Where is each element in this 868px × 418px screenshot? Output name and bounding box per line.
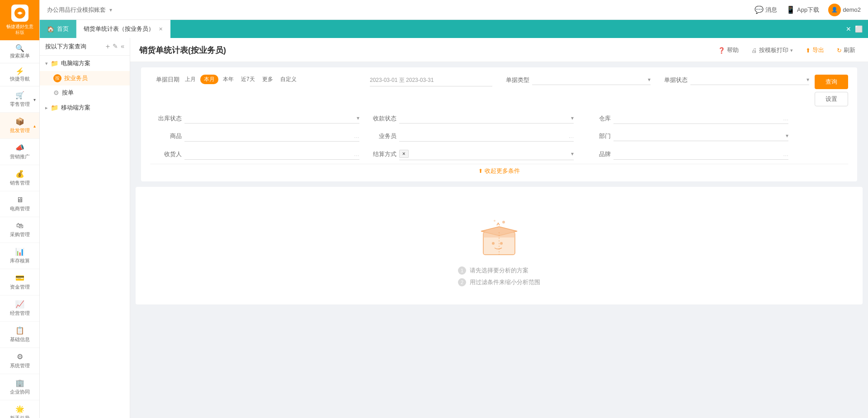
main-area: 办公用品行业模拟账套 ▾ 💬 消息 📱 App下载 👤 demo2 🏠 首页 [40, 0, 868, 418]
refresh-label: 刷新 [844, 46, 855, 54]
operation-label: 经营管理 [10, 310, 30, 317]
search-menu-label: 搜索菜单 [10, 52, 30, 59]
sidebar-item-newbie[interactable]: 🌟 新手引导 [0, 400, 39, 418]
left-panel-header: 按以下方案查询 + ✎ « [40, 38, 130, 56]
tip-num-2: 2 [458, 278, 466, 286]
brand-field[interactable]: ... [613, 148, 788, 160]
tree-by-order[interactable]: ⚙ 按单 [40, 86, 130, 100]
tip-text-1: 请先选择要分析的方案 [470, 266, 528, 275]
panel-edit-btn[interactable]: ✎ [113, 43, 118, 51]
quick-nav-item[interactable]: ⚡ 快捷导航 [0, 63, 39, 86]
shipment-arrow [357, 115, 359, 121]
tree-mobile-root[interactable]: ▸ 📁 移动端方案 [40, 100, 130, 115]
date-tab-thismonth[interactable]: 本月 [200, 75, 218, 84]
date-tab-last7[interactable]: 近7天 [238, 75, 258, 84]
salesperson-field[interactable]: ... [399, 130, 574, 142]
payment-select[interactable] [399, 113, 574, 124]
header-right: 💬 消息 📱 App下载 👤 demo2 [755, 4, 861, 16]
settings-button[interactable]: 设置 [815, 92, 848, 106]
department-select[interactable] [613, 131, 788, 141]
date-tab-lastmonth[interactable]: 上月 [182, 75, 198, 84]
tab-maximize-btn[interactable]: ⬜ [855, 25, 863, 33]
sidebar-item-inventory[interactable]: 📊 库存核算 [0, 243, 39, 269]
tree-indicator: 按 [53, 74, 61, 82]
app-download-btn[interactable]: 📱 App下载 [786, 5, 819, 14]
sidebar-item-system[interactable]: ⚙ 系统管理 [0, 348, 39, 374]
finance-icon: 💳 [15, 274, 24, 282]
settlement-arrow: ▾ [571, 151, 574, 157]
user-menu[interactable]: 👤 demo2 [828, 4, 861, 16]
avatar-icon: 👤 [831, 7, 838, 13]
avatar: 👤 [828, 4, 841, 16]
goods-field[interactable]: ... [184, 130, 359, 142]
settlement-label: 结算方式 [365, 150, 396, 158]
tab-right-controls: ✕ ⬜ [846, 25, 868, 33]
tab-sales-stat[interactable]: 销货单统计表（按业务员） ✕ [76, 20, 170, 38]
sidebar-item-ecommerce[interactable]: 🖥 电商管理 [0, 191, 39, 217]
message-btn[interactable]: 💬 消息 [755, 5, 777, 14]
ecommerce-label: 电商管理 [10, 205, 30, 212]
panel-add-btn[interactable]: + [106, 43, 110, 51]
shipment-label: 出库状态 [150, 114, 182, 123]
logo-text: 畅捷通好生意 [6, 24, 33, 29]
quicknav-icon: ⚡ [15, 67, 24, 76]
settlement-tag-close[interactable]: × [402, 151, 406, 157]
tree-folder-icon: 📁 [51, 60, 58, 67]
breadcrumb-text[interactable]: 办公用品行业模拟账套 [47, 6, 106, 14]
tab-bar: 🏠 首页 销货单统计表（按业务员） ✕ ✕ ⬜ [40, 20, 868, 38]
doc-status-select[interactable] [690, 75, 809, 85]
doc-type-arrow [648, 76, 651, 83]
settlement-field[interactable]: × ▾ [399, 148, 574, 160]
panel-title: 按以下方案查询 [45, 43, 102, 51]
svg-point-8 [500, 242, 503, 245]
export-icon: ⬆ [806, 47, 811, 54]
panel-collapse-btn[interactable]: « [121, 43, 124, 51]
help-icon: ❓ [718, 47, 725, 54]
print-btn[interactable]: 🖨 按模板打印 ▾ [748, 44, 797, 56]
export-btn[interactable]: ⬆ 导出 [802, 44, 828, 56]
sidebar-item-sales[interactable]: 💰 销售管理 [0, 165, 39, 191]
department-arrow [786, 133, 788, 139]
tree-by-salesperson[interactable]: 按 按业务员 [40, 71, 130, 86]
newbie-icon: 🌟 [15, 405, 24, 413]
breadcrumb-dropdown-icon[interactable]: ▾ [109, 7, 112, 13]
retail-arrow [33, 97, 36, 102]
recipient-field[interactable]: ... [184, 148, 359, 160]
search-menu-item[interactable]: 🔍 搜索菜单 [0, 40, 39, 63]
message-icon: 💬 [755, 5, 764, 14]
sidebar-item-wholesale[interactable]: 📦 批发管理 ▴ [0, 113, 39, 139]
tab-close-window-btn[interactable]: ✕ [846, 25, 851, 33]
date-range-display[interactable]: 2023-03-01 至 2023-03-31 [370, 75, 492, 86]
purchase-label: 采购管理 [10, 231, 30, 238]
search-icon: 🔍 [15, 44, 24, 52]
help-btn[interactable]: ❓ 帮助 [714, 44, 742, 56]
collapse-btn[interactable]: ⬆ 收起更多条件 [150, 164, 848, 178]
shipment-select[interactable] [184, 113, 359, 124]
wholesale-label: 批发管理 [10, 127, 30, 134]
doc-type-label: 单据类型 [498, 76, 529, 84]
date-label: 单据日期 [150, 76, 179, 84]
sidebar-item-operation[interactable]: 📈 经营管理 [0, 295, 39, 322]
date-tab-thisyear[interactable]: 本年 [220, 75, 236, 84]
app-logo[interactable]: 畅捷通好生意 标版 [0, 0, 39, 40]
tree-salesperson-label: 按业务员 [64, 74, 88, 82]
sidebar-item-retail[interactable]: 🛒 零售管理 [0, 86, 39, 113]
query-button[interactable]: 查询 [815, 75, 848, 89]
warehouse-field[interactable]: ... [613, 113, 788, 124]
sidebar-item-purchase[interactable]: 🛍 采购管理 [0, 217, 39, 243]
sidebar-item-enterprise[interactable]: 🏢 企业协同 [0, 374, 39, 400]
user-name: demo2 [843, 6, 861, 13]
date-tab-more[interactable]: 更多 [259, 75, 276, 84]
tree-expand-icon: ▾ [45, 61, 48, 66]
tab-home[interactable]: 🏠 首页 [40, 20, 76, 38]
doc-type-select[interactable] [532, 75, 651, 85]
marketing-label: 营销推广 [10, 153, 30, 160]
sidebar-item-marketing[interactable]: 📣 营销推广 [0, 139, 39, 165]
refresh-btn[interactable]: ↻ 刷新 [833, 44, 859, 56]
tab-close-btn[interactable]: ✕ [159, 26, 163, 32]
page-title-bar: 销货单统计表(按业务员) ❓ 帮助 🖨 按模板打印 ▾ ⬆ 导出 [130, 38, 868, 62]
tree-pc-root[interactable]: ▾ 📁 电脑端方案 [40, 56, 130, 71]
sidebar-item-basic[interactable]: 📋 基础信息 [0, 322, 39, 348]
date-tab-custom[interactable]: 自定义 [278, 75, 299, 84]
sidebar-item-finance[interactable]: 💳 资金管理 [0, 269, 39, 295]
